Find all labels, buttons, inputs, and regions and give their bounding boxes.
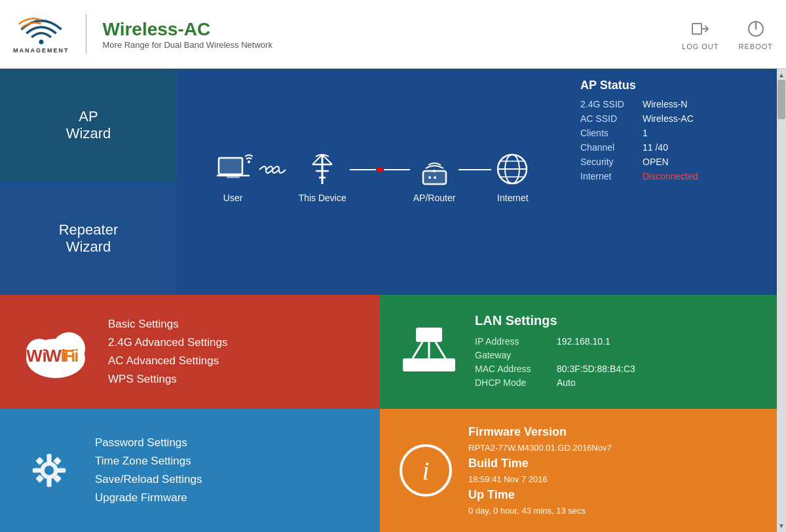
status-row-internet: Internet Disconnected [580, 171, 764, 181]
svg-point-8 [248, 161, 250, 163]
scroll-down-arrow[interactable]: ▼ [777, 521, 786, 531]
brand-tagline: More Range for Dual Band Wireless Networ… [103, 40, 272, 50]
status-value-channel: 11 /40 [643, 142, 668, 153]
wifi-brand-icon: Wi Fi Wi Fi [20, 322, 92, 381]
scrollbar[interactable]: ▲ ▼ [777, 69, 786, 532]
2g-advanced-link[interactable]: 2.4G Advanced Settings [108, 336, 227, 349]
ap-status-title: AP Status [580, 79, 764, 92]
this-device-icon [303, 151, 342, 187]
build-time-value: 18:59:41 Nov 7 2016 [468, 474, 612, 484]
ac-advanced-link[interactable]: AC Advanced Settings [108, 354, 227, 368]
repeater-wizard-label: RepeaterWizard [59, 221, 119, 256]
connector-line-2 [458, 169, 491, 170]
lan-label-ip: IP Address [475, 336, 547, 347]
status-value-internet: Disconnected [643, 171, 698, 181]
wps-settings-link[interactable]: WPS Settings [108, 373, 227, 386]
connector-router-internet [458, 169, 491, 185]
svg-point-0 [39, 40, 43, 45]
header-right: LOG OUT REBOOT [682, 18, 773, 50]
gear-icon [20, 441, 79, 500]
svg-point-40 [45, 466, 54, 475]
svg-rect-7 [227, 176, 240, 178]
svg-rect-32 [416, 328, 442, 342]
logo-divider [86, 14, 86, 54]
up-time-title: Up Time [468, 488, 612, 502]
status-row-2g-ssid: 2.4G SSID Wireless-N [580, 99, 764, 109]
lan-value-mac: 80:3F:5D:88:B4:C3 [557, 364, 635, 374]
content-wrapper: APWizard RepeaterWizard [0, 69, 777, 532]
wifi-management-logo [18, 14, 64, 47]
svg-rect-38 [419, 358, 439, 371]
repeater-wizard-nav[interactable]: RepeaterWizard [0, 182, 177, 295]
password-settings-link[interactable]: Password Settings [95, 436, 202, 449]
user-diagram-item: User [214, 151, 253, 203]
save-reload-link[interactable]: Save/Reload Settings [95, 473, 202, 486]
lan-content: LAN Settings IP Address 192.168.10.1 Gat… [475, 313, 635, 391]
status-row-clients: Clients 1 [580, 128, 764, 138]
status-label-ac: AC SSID [580, 113, 633, 124]
lan-settings-title: LAN Settings [475, 313, 635, 328]
svg-line-35 [413, 342, 422, 358]
svg-text:Wi: Wi [26, 346, 47, 366]
svg-line-36 [436, 342, 445, 358]
svg-rect-1 [692, 24, 702, 34]
svg-point-17 [428, 176, 431, 179]
ap-status-panel: AP Status 2.4G SSID Wireless-N AC SSID W… [567, 69, 777, 295]
network-topology-icon [400, 322, 458, 381]
lan-row-ip: IP Address 192.168.10.1 [475, 336, 635, 347]
svg-point-18 [434, 176, 436, 179]
lan-settings-tile[interactable]: LAN Settings IP Address 192.168.10.1 Gat… [380, 295, 777, 409]
basic-settings-link[interactable]: Basic Settings [108, 318, 227, 331]
firmware-version-value: RPTA2-77W.M4300.01.GD.2016Nov7 [468, 443, 612, 453]
reboot-label: REBOOT [739, 43, 773, 50]
disconnect-dot [377, 167, 383, 172]
system-info-tile: i Firmware Version RPTA2-77W.M4300.01.GD… [380, 409, 777, 532]
scrollbar-thumb[interactable] [777, 80, 785, 119]
logout-label: LOG OUT [682, 43, 719, 50]
wifi-logo-icon: Wi Fi Wi Fi [20, 322, 92, 381]
this-device-label: This Device [299, 193, 346, 203]
ap-router-label: AP/Router [413, 193, 456, 203]
brand-name: Wireless-AC [103, 19, 272, 40]
logout-button[interactable]: LOG OUT [682, 18, 719, 50]
svg-point-19 [433, 170, 436, 172]
brand-section: Wireless-AC More Range for Dual Band Wir… [103, 19, 272, 50]
svg-rect-42 [47, 479, 51, 487]
status-label-channel: Channel [580, 142, 633, 153]
ap-router-diagram-item: AP/Router [413, 151, 456, 203]
line-right [384, 169, 410, 170]
status-value-security: OPEN [643, 157, 669, 167]
tile-row-1: Wi Fi Wi Fi Basic Settings 2.4G Advanced… [0, 295, 777, 409]
user-label: User [223, 193, 243, 203]
timezone-settings-link[interactable]: Time Zone Settings [95, 455, 202, 468]
lan-row-mac: MAC Address 80:3F:5D:88:B4:C3 [475, 364, 635, 374]
network-diagram: User [177, 69, 567, 295]
reboot-button[interactable]: REBOOT [739, 18, 773, 50]
wifi-settings-tile[interactable]: Wi Fi Wi Fi Basic Settings 2.4G Advanced… [0, 295, 380, 409]
internet-diagram-item: Internet [495, 151, 531, 203]
status-label-internet: Internet [580, 171, 633, 181]
status-value-clients: 1 [643, 128, 648, 138]
svg-text:Fi: Fi [60, 346, 75, 366]
ap-wizard-nav[interactable]: APWizard [0, 69, 177, 182]
info-icon: i [400, 444, 452, 497]
lan-label-mac: MAC Address [475, 364, 547, 374]
admin-settings-links: Password Settings Time Zone Settings Sav… [95, 436, 202, 504]
main-content: APWizard RepeaterWizard [0, 69, 786, 532]
scroll-up-arrow[interactable]: ▲ [777, 70, 786, 80]
status-row-ac-ssid: AC SSID Wireless-AC [580, 113, 764, 124]
status-value-2g: Wireless-N [643, 99, 687, 109]
lan-value-ip: 192.168.10.1 [557, 336, 610, 347]
ap-router-icon [417, 151, 453, 187]
upgrade-firmware-link[interactable]: Upgrade Firmware [95, 491, 202, 504]
connector-user-device [256, 160, 295, 194]
svg-rect-44 [58, 468, 66, 472]
admin-settings-tile[interactable]: Password Settings Time Zone Settings Sav… [0, 409, 380, 532]
internet-icon [495, 151, 531, 187]
lan-icon [400, 322, 458, 381]
top-section: APWizard RepeaterWizard [0, 69, 777, 295]
logout-icon [690, 18, 711, 39]
up-time-value: 0 day, 0 hour, 43 mins, 13 secs [468, 506, 612, 516]
status-row-security: Security OPEN [580, 157, 764, 167]
firmware-version-title: Firmware Version [468, 425, 612, 439]
